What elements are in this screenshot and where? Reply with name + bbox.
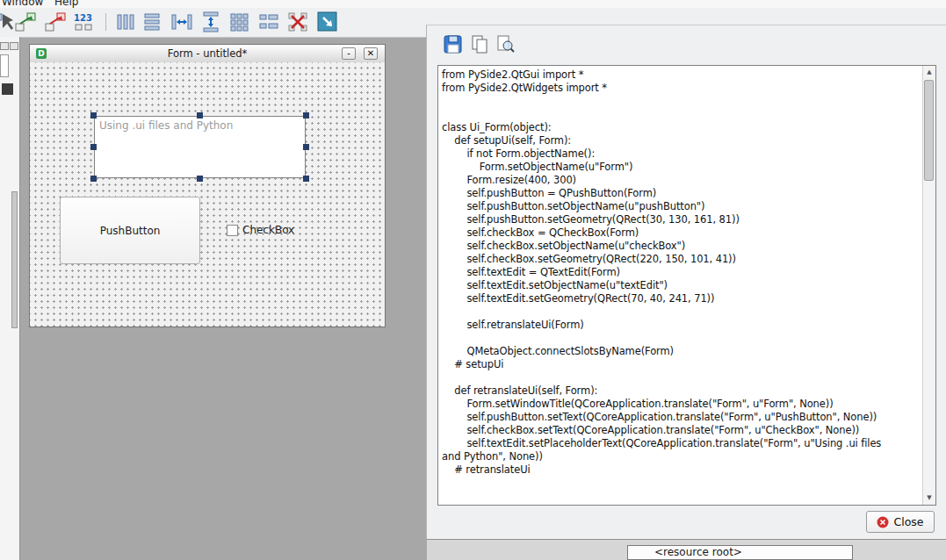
form-canvas[interactable]: Using .ui files and Python PushButton Ch… [30,62,385,327]
menu-window[interactable]: Window [2,0,43,8]
layout-horizontal-splitter-icon[interactable] [170,11,193,33]
edit-buddies-icon[interactable] [44,11,67,33]
selection-handle-s[interactable] [197,176,203,182]
form-window: D Form - untitled* - ✕ Using .ui files a… [29,44,386,327]
selection-handle-n[interactable] [197,112,203,118]
scrollbar-thumb[interactable] [924,80,934,181]
copy-icon[interactable] [469,34,490,55]
resource-root-item[interactable]: <resource root> [628,546,852,559]
code-preview-dialog: from PySide2.QtGui import * from PySide2… [426,25,946,540]
widget-box-scrollbar[interactable] [11,191,18,328]
scroll-up-icon[interactable]: ▲ [923,66,935,79]
selection-handle-nw[interactable] [90,112,97,118]
code-scrollbar[interactable]: ▲ ▼ [922,66,935,505]
layout-horizontal-icon[interactable] [114,11,137,33]
selection-handle-sw[interactable] [90,176,97,182]
textedit-placeholder: Using .ui files and Python [95,117,305,134]
code-editor[interactable]: from PySide2.QtGui import * from PySide2… [437,65,936,506]
textedit-widget-selected[interactable]: Using .ui files and Python [94,116,306,178]
widget-box-dock [0,37,20,560]
close-button-label: Close [893,515,923,528]
toolbar-separator [105,13,106,31]
screen: Window Help 123 [0,0,946,560]
selection-handle-ne[interactable] [303,112,309,118]
save-icon[interactable] [443,34,464,55]
menu-help[interactable]: Help [54,0,78,8]
find-icon[interactable] [495,34,516,55]
resource-browser-fragment: <resource root> [627,545,853,560]
break-layout-icon[interactable] [286,11,309,33]
edit-widgets-icon[interactable] [0,11,15,33]
layout-vertical-splitter-icon[interactable] [199,11,222,33]
textedit-widget[interactable]: Using .ui files and Python [94,116,306,178]
checkbox-widget-box[interactable] [227,225,238,236]
edit-signals-slots-icon[interactable] [14,11,37,33]
form-window-title: Form - untitled* [30,47,385,60]
menubar: Window Help [0,0,946,8]
selection-handle-w[interactable] [90,144,97,150]
tab-order-digits: 123 [74,13,92,23]
scroll-down-icon[interactable]: ▼ [923,492,935,505]
layout-vertical-icon[interactable] [141,11,163,33]
widget-box-item-icon[interactable] [2,83,13,95]
adjust-size-icon[interactable] [316,11,339,33]
layout-form-icon[interactable] [257,11,280,33]
selection-handle-se[interactable] [303,176,309,182]
minimize-button[interactable]: - [342,47,356,60]
code-text[interactable]: from PySide2.QtGui import * from PySide2… [442,68,881,477]
dock-close-button[interactable] [10,42,18,50]
pushbutton-widget[interactable]: PushButton [60,197,200,264]
edit-tab-order-icon[interactable]: 123 [72,11,95,33]
dock-float-button[interactable] [0,42,9,50]
close-red-icon [877,516,889,528]
form-window-titlebar[interactable]: D Form - untitled* - ✕ [30,45,385,63]
widget-filter-input[interactable] [0,54,9,77]
close-window-button[interactable]: ✕ [364,47,378,60]
close-dialog-button[interactable]: Close [866,511,935,533]
checkbox-widget-label[interactable]: CheckBox [242,224,294,236]
selection-handle-e[interactable] [303,144,309,150]
layout-grid-icon[interactable] [228,11,251,33]
